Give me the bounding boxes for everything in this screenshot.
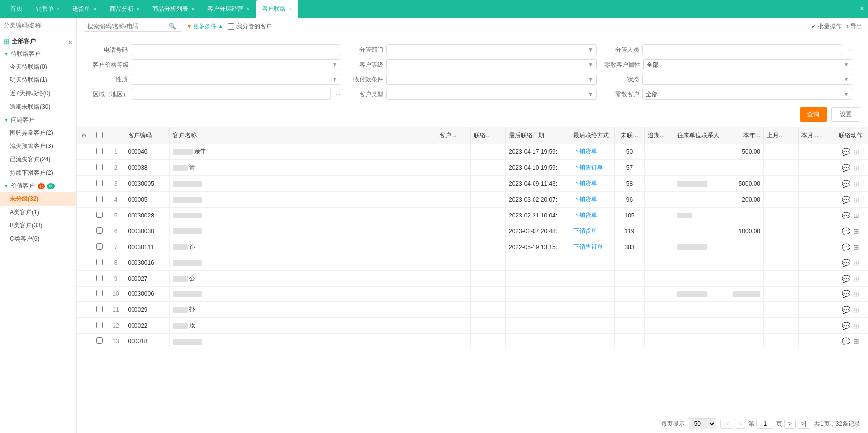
tab-product-analysis[interactable]: 商品分析 ×	[104, 0, 145, 18]
first-page-btn[interactable]: |<	[720, 419, 733, 429]
main-search-box[interactable]: 🔍	[83, 21, 182, 32]
filter-grade-select[interactable]	[386, 59, 596, 70]
sidebar-item-declining[interactable]: 持续下滑客户(2)	[0, 166, 76, 180]
per-page-select[interactable]: 50 100 200	[689, 418, 716, 429]
sidebar-item-churn-warning[interactable]: 流失预警客户(3)	[0, 140, 76, 153]
grid-icon[interactable]: ⊞	[853, 322, 859, 330]
my-customers-filter[interactable]: 我分管的客户	[228, 22, 272, 31]
reset-button[interactable]: 设置	[831, 107, 860, 122]
filter-status-select-wrap[interactable]: ▼	[642, 74, 852, 85]
row-checkbox[interactable]	[96, 227, 103, 234]
sidebar-item-tomorrow[interactable]: 明天待联络(1)	[0, 73, 76, 87]
row-checkbox[interactable]	[96, 337, 103, 344]
message-icon[interactable]: 💬	[842, 180, 850, 188]
grid-icon[interactable]: ⊞	[853, 164, 859, 172]
sidebar-item-a-class[interactable]: A类客户(1)	[0, 206, 76, 219]
cell-last-way[interactable]: 下销货单	[570, 144, 615, 160]
cell-last-way[interactable]	[570, 318, 615, 334]
sidebar-item-hoarding[interactable]: 囤购异常客户(2)	[0, 126, 76, 140]
sidebar-item-churned[interactable]: 已流失客户(24)	[0, 153, 76, 166]
sidebar-collapse-icon[interactable]: «	[68, 38, 72, 46]
batch-op-btn[interactable]: ✓ 批量操作	[811, 22, 842, 31]
cell-last-way[interactable]: 下销货单	[570, 223, 615, 239]
sidebar-item-overdue[interactable]: 逾期未联络(30)	[0, 100, 76, 114]
message-icon[interactable]: 💬	[842, 322, 850, 330]
grid-icon[interactable]: ⊞	[853, 227, 859, 235]
cell-check[interactable]	[92, 144, 107, 160]
last-way-link[interactable]: 下销货单	[573, 148, 597, 155]
sidebar-item-7days[interactable]: 近7天待联络(0)	[0, 87, 76, 100]
grid-icon[interactable]: ⊞	[853, 259, 859, 267]
cell-last-way[interactable]	[570, 255, 615, 271]
cell-last-way[interactable]: 下销货单	[570, 208, 615, 223]
message-icon[interactable]: 💬	[842, 259, 850, 267]
cell-last-way[interactable]: 下销售订单	[570, 160, 615, 176]
tab-product-analysis-list[interactable]: 商品分析列表 ×	[146, 0, 200, 18]
cell-check[interactable]	[92, 160, 107, 176]
nav-home[interactable]: 首页	[4, 4, 29, 13]
manager-dots-icon[interactable]: ···	[847, 46, 852, 53]
filter-retail-attr-wrap[interactable]: 全部 ▼	[643, 59, 852, 70]
filter-nature-select-wrap[interactable]: ▼	[131, 74, 340, 85]
sidebar-group-pending[interactable]: ▼ 待联络客户	[0, 48, 76, 60]
cell-check[interactable]	[92, 255, 107, 271]
message-icon[interactable]: 💬	[842, 212, 850, 219]
filter-nature-select[interactable]	[131, 74, 340, 85]
close-purchase-tab[interactable]: ×	[93, 6, 96, 12]
grid-icon[interactable]: ⊞	[853, 196, 859, 204]
my-customers-checkbox[interactable]	[228, 23, 234, 30]
sidebar-group-problem[interactable]: ▼ 问题客户	[0, 114, 76, 126]
filter-retail-select-wrap[interactable]: 全部 ▼	[642, 89, 852, 100]
row-checkbox[interactable]	[96, 290, 103, 296]
message-icon[interactable]: 💬	[842, 306, 850, 314]
grid-icon[interactable]: ⊞	[853, 275, 859, 283]
query-button[interactable]: 查询	[800, 107, 827, 122]
row-checkbox[interactable]	[96, 259, 103, 265]
tab-customer-segment[interactable]: 客户分层经营 ×	[201, 0, 255, 18]
sidebar-search-input[interactable]	[4, 22, 77, 29]
grid-icon[interactable]: ⊞	[853, 290, 859, 298]
cell-check[interactable]	[92, 302, 107, 318]
sidebar-search-box[interactable]: 🔍	[0, 18, 76, 33]
cell-last-way[interactable]	[570, 334, 615, 349]
row-checkbox[interactable]	[96, 275, 103, 281]
sidebar-item-b-class[interactable]: B类客户(33)	[0, 219, 76, 232]
select-all-checkbox[interactable]	[96, 132, 103, 138]
message-icon[interactable]: 💬	[842, 290, 850, 298]
cell-check[interactable]	[92, 287, 107, 302]
message-icon[interactable]: 💬	[842, 148, 850, 156]
last-page-btn[interactable]: >|	[798, 419, 810, 429]
message-icon[interactable]: 💬	[842, 196, 850, 204]
export-btn[interactable]: ↑ 导出	[846, 22, 862, 31]
filter-price-select[interactable]	[132, 59, 340, 70]
grid-icon[interactable]: ⊞	[853, 306, 859, 314]
last-way-link[interactable]: 下销货单	[573, 180, 597, 187]
cell-last-way[interactable]: 下销货单	[570, 192, 615, 208]
cell-check[interactable]	[92, 271, 107, 287]
grid-icon[interactable]: ⊞	[853, 337, 859, 345]
tab-purchase[interactable]: 进货单 ×	[67, 0, 102, 18]
close-segment-tab[interactable]: ×	[246, 6, 249, 12]
sidebar-item-c-class[interactable]: C类客户(6)	[0, 232, 76, 246]
filter-payment-select[interactable]	[386, 74, 596, 85]
cell-check[interactable]	[92, 239, 107, 255]
row-checkbox[interactable]	[96, 243, 103, 250]
close-all-button[interactable]: ×	[860, 4, 864, 13]
filter-phone-input[interactable]	[131, 44, 340, 55]
cell-check[interactable]	[92, 334, 107, 349]
cell-last-way[interactable]	[570, 287, 615, 302]
th-check[interactable]	[92, 127, 107, 144]
message-icon[interactable]: 💬	[842, 227, 850, 235]
filter-retail-attr-select[interactable]: 全部	[643, 59, 852, 70]
sidebar-item-today[interactable]: 今天待联络(0)	[0, 60, 76, 73]
cell-check[interactable]	[92, 176, 107, 192]
grid-icon[interactable]: ⊞	[853, 148, 859, 156]
row-checkbox[interactable]	[96, 322, 103, 328]
last-way-link[interactable]: 下销货单	[573, 196, 597, 203]
all-customers-header[interactable]: ⊞ 全部客户 «	[0, 33, 76, 48]
cell-check[interactable]	[92, 192, 107, 208]
filter-ctype-select[interactable]	[386, 89, 596, 100]
sidebar-item-ungrouped[interactable]: 未分组(32)	[0, 192, 76, 206]
close-sales-tab[interactable]: ×	[57, 6, 60, 12]
grid-icon[interactable]: ⊞	[853, 212, 859, 219]
